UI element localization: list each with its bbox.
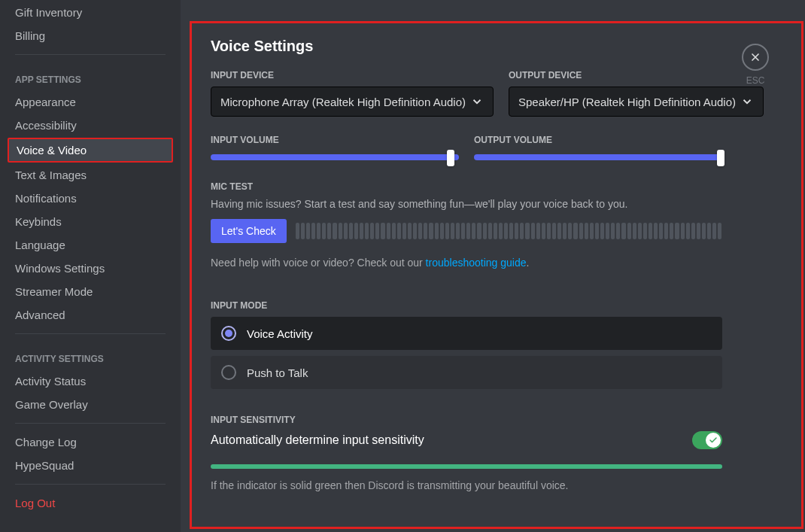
sidebar-category-app-settings: APP SETTINGS [8, 62, 173, 90]
input-mode-header: INPUT MODE [211, 300, 722, 311]
sidebar-item-billing[interactable]: Billing [8, 25, 173, 47]
slider-thumb[interactable] [447, 150, 454, 166]
settings-sidebar: Gift Inventory Billing APP SETTINGS Appe… [0, 0, 181, 532]
input-mode-push-to-talk[interactable]: Push to Talk [211, 356, 722, 389]
toggle-knob [706, 433, 721, 448]
sensitivity-indicator [211, 464, 722, 469]
sidebar-item-appearance[interactable]: Appearance [8, 91, 173, 113]
sidebar-divider [15, 484, 166, 485]
help-suffix: . [527, 257, 530, 269]
sensitivity-description: If the indicator is solid green then Dis… [211, 479, 722, 491]
output-volume-header: OUTPUT VOLUME [474, 135, 722, 145]
sidebar-item-text-images[interactable]: Text & Images [8, 164, 173, 186]
input-mode-voice-activity[interactable]: Voice Activity [211, 317, 722, 350]
sidebar-item-keybinds[interactable]: Keybinds [8, 211, 173, 233]
slider-thumb[interactable] [717, 150, 724, 166]
help-prefix: Need help with voice or video? Check out… [211, 257, 426, 269]
input-sensitivity-header: INPUT SENSITIVITY [211, 415, 722, 425]
close-area: ESC [742, 44, 769, 86]
sidebar-item-accessibility[interactable]: Accessibility [8, 114, 173, 136]
sidebar-divider [15, 423, 166, 424]
sidebar-item-voice-video[interactable]: Voice & Video [8, 138, 173, 163]
sidebar-divider [15, 54, 166, 55]
sidebar-item-notifications[interactable]: Notifications [8, 187, 173, 209]
sidebar-category-activity-settings: ACTIVITY SETTINGS [8, 342, 173, 369]
settings-panel: ESC Voice Settings INPUT DEVICE Micropho… [181, 0, 805, 532]
troubleshooting-link[interactable]: troubleshooting guide [426, 257, 527, 269]
input-device-select[interactable]: Microphone Array (Realtek High Definitio… [211, 87, 494, 117]
sidebar-item-hypesquad[interactable]: HypeSquad [8, 454, 173, 476]
esc-label: ESC [742, 75, 769, 86]
help-text: Need help with voice or video? Check out… [211, 257, 722, 269]
sidebar-item-change-log[interactable]: Change Log [8, 431, 173, 453]
sidebar-divider [15, 333, 166, 334]
sidebar-item-activity-status[interactable]: Activity Status [8, 370, 173, 392]
mic-test-header: MIC TEST [211, 181, 722, 192]
sidebar-item-windows-settings[interactable]: Windows Settings [8, 257, 173, 279]
output-volume-slider[interactable] [474, 154, 722, 160]
close-button[interactable] [742, 44, 769, 71]
chevron-down-icon [470, 95, 484, 108]
input-device-header: INPUT DEVICE [211, 70, 494, 81]
mic-level-meter [296, 223, 722, 239]
output-device-select[interactable]: Speaker/HP (Realtek High Definition Audi… [509, 87, 764, 117]
page-title: Voice Settings [211, 38, 722, 55]
radio-label: Voice Activity [247, 327, 313, 340]
mic-test-description: Having mic issues? Start a test and say … [211, 198, 722, 210]
check-icon [709, 436, 718, 445]
sidebar-item-gift-inventory[interactable]: Gift Inventory [8, 2, 173, 23]
sidebar-item-log-out[interactable]: Log Out [8, 492, 173, 514]
radio-icon [221, 365, 236, 380]
output-device-header: OUTPUT DEVICE [509, 70, 764, 81]
sidebar-item-game-overlay[interactable]: Game Overlay [8, 394, 173, 415]
sidebar-item-streamer-mode[interactable]: Streamer Mode [8, 281, 173, 302]
radio-label: Push to Talk [247, 366, 308, 379]
lets-check-button[interactable]: Let's Check [211, 219, 287, 243]
input-volume-header: INPUT VOLUME [211, 135, 459, 145]
auto-sensitivity-toggle[interactable] [692, 431, 722, 449]
sidebar-item-advanced[interactable]: Advanced [8, 304, 173, 326]
chevron-down-icon [740, 95, 754, 108]
radio-icon [221, 326, 236, 341]
output-device-value: Speaker/HP (Realtek High Definition Audi… [518, 96, 736, 108]
input-device-value: Microphone Array (Realtek High Definitio… [220, 96, 466, 108]
close-icon [749, 51, 761, 63]
auto-sensitivity-label: Automatically determine input sensitivit… [211, 433, 424, 447]
sidebar-item-language[interactable]: Language [8, 234, 173, 256]
input-volume-slider[interactable] [211, 154, 459, 160]
